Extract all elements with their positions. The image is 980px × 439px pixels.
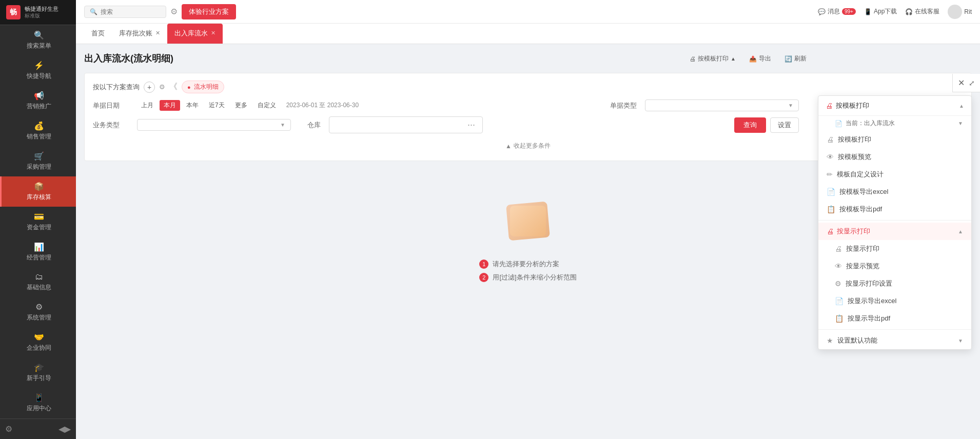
message-button[interactable]: 💬 消息 99+ bbox=[818, 7, 856, 16]
filter-tag-label: 流水明细 bbox=[194, 83, 219, 91]
tab-home[interactable]: 首页 bbox=[84, 24, 112, 44]
dropdown-item-template-export-pdf[interactable]: 📋 按模板导出pdf bbox=[818, 201, 971, 218]
dropdown-print-icon: 🖨 bbox=[826, 102, 833, 110]
date-tab-this-year[interactable]: 本年 bbox=[182, 100, 203, 111]
inventory-icon: 📦 bbox=[34, 182, 44, 191]
online-service-button[interactable]: 🎧 在线客服 bbox=[905, 7, 939, 16]
message-icon: 💬 bbox=[818, 8, 826, 15]
settings-button[interactable]: 设置 bbox=[770, 117, 799, 133]
date-tab-more[interactable]: 更多 bbox=[231, 100, 251, 111]
template-export-excel-label: 按模板导出excel bbox=[839, 187, 888, 196]
sidebar-item-label: 经营管理 bbox=[27, 253, 51, 262]
empty-hint-1: 1 请先选择要分析的方案 bbox=[479, 260, 576, 269]
display-export-pdf-icon: 📋 bbox=[835, 314, 844, 323]
set-default-chevron-icon: ▼ bbox=[958, 338, 963, 344]
sidebar-item-system[interactable]: ⚙ 系统管理 bbox=[0, 297, 76, 327]
chevron-down-icon: ▼ bbox=[788, 103, 793, 108]
date-tab-this-month[interactable]: 本月 bbox=[160, 100, 180, 111]
template-print-icon: 🖨 bbox=[827, 135, 834, 144]
search-input[interactable] bbox=[101, 8, 152, 15]
sidebar-item-label: 企业协同 bbox=[27, 344, 51, 352]
sidebar-item-purchase[interactable]: 🛒 采购管理 bbox=[0, 146, 76, 176]
topbar-search-box[interactable]: 🔍 bbox=[84, 6, 166, 18]
sidebar-item-label: 库存核算 bbox=[27, 193, 51, 202]
template-export-pdf-label: 按模板导出pdf bbox=[839, 205, 882, 214]
hint-text-2: 用[过滤]条件来缩小分析范围 bbox=[493, 273, 576, 282]
print-template-button[interactable]: 🖨 按模板打印 ▲ bbox=[685, 52, 740, 65]
user-menu[interactable]: Rit bbox=[948, 5, 972, 19]
template-custom-icon: ✏ bbox=[827, 170, 833, 178]
type-select[interactable]: ▼ bbox=[645, 99, 799, 111]
dropdown-item-display-export-excel[interactable]: 📄 按显示导出excel bbox=[818, 292, 971, 310]
display-export-excel-label: 按显示导出excel bbox=[848, 296, 896, 306]
dropdown-item-template-export-excel[interactable]: 📄 按模板导出excel bbox=[818, 183, 971, 201]
topbar: 🔍 ⚙ 体验行业方案 💬 消息 99+ 📱 App下载 🎧 在线客服 R bbox=[76, 0, 980, 24]
finance-icon: 💳 bbox=[34, 212, 44, 222]
sidebar-item-label: 基础信息 bbox=[27, 283, 51, 292]
sidebar-item-inventory[interactable]: 📦 库存核算 bbox=[0, 176, 76, 207]
business-select[interactable]: ▼ bbox=[137, 119, 291, 131]
app-download-button[interactable]: 📱 App下载 bbox=[864, 7, 897, 16]
tab-batch-account-close[interactable]: ✕ bbox=[155, 30, 160, 36]
industry-solution-button[interactable]: 体验行业方案 bbox=[182, 4, 236, 19]
print-dropdown-panel: 🖨 按模板打印 ▲ 📄 当前：出入库流水 ▼ 🖨 按模板打印 👁 按模板预览 bbox=[818, 95, 972, 350]
toggle-sidebar-icon[interactable]: ◀▶ bbox=[58, 424, 71, 434]
dropdown-item-display-export-pdf[interactable]: 📋 按显示导出pdf bbox=[818, 310, 971, 327]
sidebar-item-quick-nav[interactable]: ⚡ 快捷导航 bbox=[0, 55, 76, 86]
app-download-label: App下载 bbox=[874, 7, 897, 16]
guide-icon: 🎓 bbox=[34, 363, 44, 372]
warehouse-select[interactable]: ··· bbox=[329, 116, 483, 133]
date-tab-custom[interactable]: 自定义 bbox=[253, 100, 280, 111]
sidebar-item-basic[interactable]: 🗂 基础信息 bbox=[0, 267, 76, 297]
sidebar-item-apps[interactable]: 📱 应用中心 bbox=[0, 388, 76, 418]
sidebar-item-finance[interactable]: 💳 资金管理 bbox=[0, 207, 76, 237]
sidebar-item-label: 新手引导 bbox=[27, 374, 51, 383]
dropdown-item-template-print[interactable]: 🖨 按模板打印 bbox=[818, 131, 971, 148]
tab-in-out-flow[interactable]: 出入库流水 ✕ bbox=[167, 24, 223, 44]
more-icon[interactable]: ··· bbox=[465, 119, 477, 130]
filter-header: 按以下方案查询 + ⚙ 《 ● 流水明细 bbox=[93, 81, 963, 93]
topbar-left: 🔍 ⚙ 体验行业方案 bbox=[84, 4, 236, 19]
sidebar-item-collab[interactable]: 🤝 企业协同 bbox=[0, 327, 76, 357]
date-tab-7days[interactable]: 近7天 bbox=[205, 100, 229, 111]
sidebar-item-search[interactable]: 🔍 搜索菜单 bbox=[0, 25, 76, 55]
filter-add-button[interactable]: + bbox=[144, 82, 155, 93]
dropdown-item-display-print[interactable]: 🖨 按显示打印 bbox=[818, 240, 971, 257]
panel-controls: ✕ ⤢ bbox=[952, 74, 980, 92]
online-service-label: 在线客服 bbox=[915, 7, 939, 16]
active-filter-tag[interactable]: ● 流水明细 bbox=[182, 81, 224, 93]
panel-expand-button[interactable]: ⤢ bbox=[969, 79, 975, 87]
tab-batch-account[interactable]: 库存批次账 ✕ bbox=[112, 24, 167, 44]
export-button[interactable]: 📤 导出 bbox=[745, 52, 775, 65]
date-tab-last-month[interactable]: 上月 bbox=[137, 100, 158, 111]
dropdown-display-print-header[interactable]: 🖨 按显示打印 ▲ bbox=[818, 223, 971, 240]
sidebar-item-marketing[interactable]: 📢 营销推广 bbox=[0, 86, 76, 116]
display-preview-icon: 👁 bbox=[835, 262, 842, 270]
sidebar-item-sales[interactable]: 💰 销售管理 bbox=[0, 116, 76, 146]
marketing-icon: 📢 bbox=[34, 91, 44, 101]
filter-settings-icon[interactable]: ⚙ bbox=[159, 83, 165, 91]
filter-collapse-icon[interactable]: 《 bbox=[169, 82, 178, 92]
dropdown-item-template-preview[interactable]: 👁 按模板预览 bbox=[818, 148, 971, 166]
dropdown-item-set-default[interactable]: ★ 设置默认功能 ▼ bbox=[818, 332, 971, 349]
tab-in-out-flow-close[interactable]: ✕ bbox=[211, 30, 215, 36]
topbar-gear-icon[interactable]: ⚙ bbox=[170, 7, 178, 16]
settings-footer-icon[interactable]: ⚙ bbox=[5, 424, 12, 434]
dropdown-collapse-icon[interactable]: ▲ bbox=[959, 103, 964, 109]
query-button[interactable]: 查询 bbox=[734, 117, 766, 133]
sidebar-item-guide[interactable]: 🎓 新手引导 bbox=[0, 357, 76, 388]
tab-bar: 首页 库存批次账 ✕ 出入库流水 ✕ bbox=[76, 24, 980, 44]
sidebar-item-operations[interactable]: 📊 经营管理 bbox=[0, 237, 76, 267]
refresh-button[interactable]: 🔄 刷新 bbox=[780, 52, 811, 65]
hint-text-1: 请先选择要分析的方案 bbox=[493, 260, 559, 269]
dropdown-header-label: 按模板打印 bbox=[836, 101, 869, 110]
set-default-icon: ★ bbox=[827, 336, 833, 345]
panel-close-button[interactable]: ✕ bbox=[958, 78, 965, 88]
dropdown-item-display-preview[interactable]: 👁 按显示预览 bbox=[818, 257, 971, 275]
display-print-icon: 🖨 bbox=[835, 245, 842, 253]
dropdown-divider bbox=[818, 220, 971, 221]
export-label: 导出 bbox=[759, 54, 771, 63]
refresh-icon: 🔄 bbox=[785, 55, 792, 63]
dropdown-item-display-print-settings[interactable]: ⚙ 按显示打印设置 bbox=[818, 275, 971, 292]
dropdown-item-template-custom[interactable]: ✏ 模板自定义设计 bbox=[818, 166, 971, 183]
